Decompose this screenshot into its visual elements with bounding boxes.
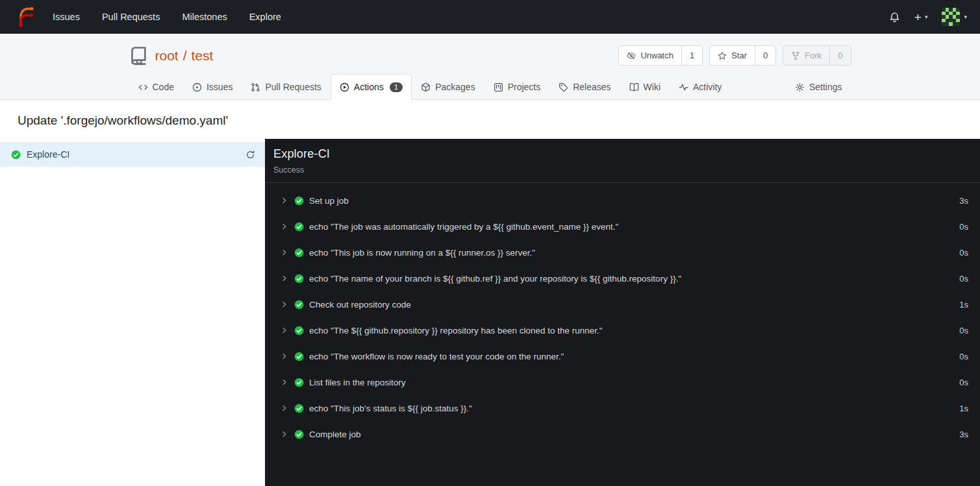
success-check-icon [294,326,304,335]
step-row[interactable]: echo "The workflow is now ready to test … [265,343,980,369]
repo-title-row: root / test Unwatch 1 [129,34,851,74]
tab-label: Settings [809,82,842,92]
success-check-icon [294,274,304,284]
chevron-right-icon [281,326,288,334]
forgejo-logo-icon [16,7,35,27]
success-check-icon [294,352,304,361]
job-title: Explore-CI [273,147,970,161]
step-name: Set up job [309,196,349,206]
step-name: echo "The name of your branch is ${{ git… [309,274,681,284]
step-duration: 0s [950,222,968,232]
play-circle-icon [340,82,349,92]
create-new-button[interactable]: + ▾ [914,11,928,23]
navbar-right: + ▾ ▾ [889,8,971,26]
step-row[interactable]: List files in the repository 0s [265,369,980,395]
unwatch-button-group: Unwatch 1 [618,45,703,66]
gear-icon [795,82,805,92]
avatar [942,8,960,26]
step-duration: 3s [950,430,968,439]
tab-label: Projects [508,82,541,92]
tab-issues[interactable]: Issues [183,74,242,99]
forks-count[interactable]: 0 [829,46,850,65]
chevron-down-icon: ▾ [925,14,928,20]
step-name: echo "The ${{ github.repository }} repos… [309,326,603,335]
star-button-group: Star 0 [709,45,776,66]
step-row[interactable]: echo "The ${{ github.repository }} repos… [265,317,980,343]
chevron-right-icon [281,197,288,204]
unwatch-button[interactable]: Unwatch [619,46,681,65]
step-duration: 1s [950,404,968,413]
step-row[interactable]: echo "This job's status is ${{ job.statu… [265,395,980,421]
nav-item-milestones[interactable]: Milestones [171,0,238,34]
step-row[interactable]: Complete job 3s [265,421,980,447]
tab-pull-requests[interactable]: Pull Requests [242,74,330,99]
tab-label: Activity [693,82,722,92]
nav-item-pull-requests[interactable]: Pull Requests [91,0,171,34]
forgejo-logo[interactable] [9,7,42,27]
step-row[interactable]: Set up job 3s [265,188,980,213]
nav-item-explore[interactable]: Explore [238,0,292,34]
step-duration: 0s [950,352,968,361]
tab-actions[interactable]: Actions 1 [331,74,412,100]
star-button[interactable]: Star [710,46,755,65]
step-row[interactable]: echo "This job is now running on a ${{ r… [265,239,980,265]
star-icon [718,51,727,60]
chevron-right-icon [281,300,288,308]
repo-action-buttons: Unwatch 1 Star 0 Fork [618,45,851,66]
step-name: echo "This job is now running on a ${{ r… [309,248,535,258]
step-name: echo "The job was automatically triggere… [309,222,618,232]
tab-releases[interactable]: Releases [549,74,620,99]
success-check-icon [294,404,304,413]
chevron-right-icon [281,352,288,360]
chevron-right-icon [281,430,288,438]
success-check-icon [294,248,304,258]
step-name: echo "The workflow is now ready to test … [309,352,564,361]
tab-projects[interactable]: Projects [484,74,550,99]
tab-label: Issues [207,82,232,92]
job-log-header: Explore-CI Success [265,139,980,183]
step-row[interactable]: echo "The name of your branch is ${{ git… [265,265,980,291]
eye-off-icon [627,51,636,60]
run-title-section: Update '.forgejo/workflows/demo.yaml' [0,100,980,139]
chevron-down-icon: ▾ [964,14,967,20]
step-row[interactable]: Check out repository code 1s [265,291,980,317]
stars-count[interactable]: 0 [755,46,775,65]
step-name: echo "This job's status is ${{ job.statu… [309,404,472,413]
jobs-sidebar: Explore-CI [0,139,265,486]
navbar-items: Issues Pull Requests Milestones Explore [42,0,292,34]
repo-name-link[interactable]: test [192,48,214,64]
git-pull-request-icon [251,82,260,92]
tab-label: Actions [354,82,384,92]
step-row[interactable]: echo "The job was automatically triggere… [265,213,980,239]
fork-button[interactable]: Fork [783,46,829,65]
tab-activity[interactable]: Activity [670,74,731,99]
job-list-item-explore-ci[interactable]: Explore-CI [0,142,265,167]
step-duration: 0s [950,326,968,335]
repo-tabs: Code Issues Pull Requests Actions 1 [129,74,851,99]
rerun-job-icon[interactable] [245,150,255,160]
repo-icon [129,46,149,66]
repo-owner-link[interactable]: root [155,48,179,64]
tab-packages[interactable]: Packages [412,74,484,99]
chevron-right-icon [281,404,288,412]
user-menu-button[interactable]: ▾ [942,8,967,26]
tab-settings[interactable]: Settings [786,74,851,99]
tab-label: Pull Requests [265,82,321,92]
step-duration: 0s [950,274,968,284]
pulse-icon [679,82,688,92]
bell-icon [889,12,900,23]
fork-icon [791,51,800,60]
watchers-count[interactable]: 1 [681,46,702,65]
project-icon [494,82,503,92]
step-name: Check out repository code [309,300,411,310]
success-check-icon [294,300,304,310]
tab-wiki[interactable]: Wiki [620,74,670,99]
tab-code[interactable]: Code [129,74,183,99]
tab-label: Wiki [644,82,660,92]
top-navbar: Issues Pull Requests Milestones Explore … [0,0,980,34]
success-check-icon [294,430,304,439]
job-name: Explore-CI [27,149,69,160]
notifications-button[interactable] [889,12,900,23]
step-duration: 0s [950,378,968,387]
nav-item-issues[interactable]: Issues [42,0,91,34]
